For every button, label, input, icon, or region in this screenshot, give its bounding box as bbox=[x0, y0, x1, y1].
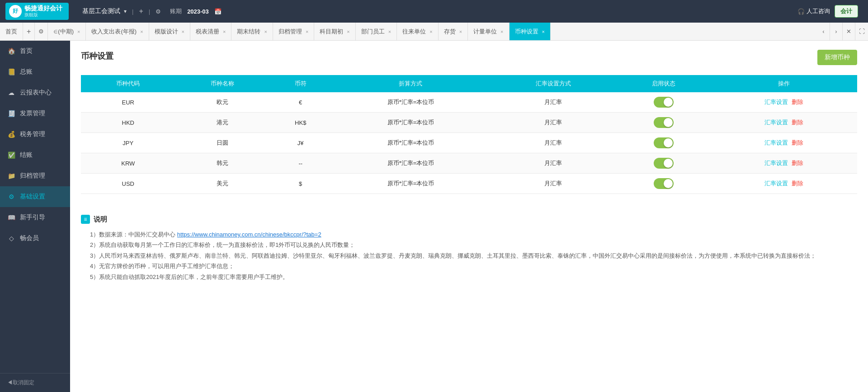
add-workspace-icon[interactable]: + bbox=[139, 7, 143, 15]
tab-[interactable]: 往来单位× bbox=[397, 23, 438, 40]
tab-close-icon[interactable]: × bbox=[500, 29, 503, 34]
sidebar-item-tax[interactable]: 💰税务管理 bbox=[0, 124, 70, 145]
table-row: KRW韩元--原币*汇率=本位币月汇率汇率设置删除 bbox=[81, 153, 857, 174]
tab-[interactable]: ∈(中期)× bbox=[48, 23, 86, 40]
basic-icon: ⚙ bbox=[7, 193, 15, 201]
tab-[interactable]: 归档管理× bbox=[273, 23, 314, 40]
col-header-汇率设置方式: 汇率设置方式 bbox=[490, 75, 617, 92]
tab-label: 期末结转 bbox=[237, 28, 260, 36]
consult-button[interactable]: 🎧 人工咨询 bbox=[797, 7, 830, 15]
tab-[interactable]: 收入支出表(年报)× bbox=[86, 23, 149, 40]
period-value: 2023-03 bbox=[187, 8, 209, 15]
sidebar-item-checkout[interactable]: ✅结账 bbox=[0, 145, 70, 165]
sidebar-item-basic[interactable]: ⚙基础设置 bbox=[0, 186, 70, 207]
tab-close-icon[interactable]: × bbox=[347, 29, 349, 34]
reports-icon: ☁ bbox=[7, 89, 15, 97]
rate-settings-link[interactable]: 汇率设置 bbox=[764, 180, 788, 187]
rate-settings-link[interactable]: 汇率设置 bbox=[764, 119, 788, 126]
delete-link[interactable]: 删除 bbox=[792, 160, 803, 166]
tab-expand-btn[interactable]: ⛶ bbox=[855, 23, 868, 40]
rate-settings-link[interactable]: 汇率设置 bbox=[764, 160, 788, 166]
currency-code: KRW bbox=[81, 153, 175, 174]
toggle-switch[interactable] bbox=[654, 178, 674, 189]
sidebar-item-member[interactable]: ◇畅会员 bbox=[0, 228, 70, 249]
tab-bar: 首页+⚙∈(中期)×收入支出表(年报)×模版设计×税表清册×期末结转×归档管理×… bbox=[0, 23, 868, 41]
settings-tab-button[interactable]: ⚙ bbox=[35, 23, 48, 40]
sidebar-item-home[interactable]: 🏠首页 bbox=[0, 41, 70, 61]
sidebar-item-label: 新手引导 bbox=[20, 213, 45, 222]
row-actions: 汇率设置删除 bbox=[711, 92, 857, 113]
calc-method: 原币*汇率=本位币 bbox=[331, 113, 490, 133]
note-item: 2）系统自动获取每月第一个工作日的汇率标价，统一为直接标价法，即1外币可以兑换的… bbox=[81, 240, 857, 250]
toggle-switch[interactable] bbox=[654, 158, 674, 169]
tab-label: 归档管理 bbox=[278, 28, 302, 36]
tab-prev-btn[interactable]: ‹ bbox=[817, 23, 830, 40]
tab-close-icon[interactable]: × bbox=[429, 29, 432, 34]
toggle-switch[interactable] bbox=[654, 137, 674, 148]
calc-method: 原币*汇率=本位币 bbox=[331, 174, 490, 194]
enabled-status bbox=[617, 153, 711, 174]
settings-icon[interactable]: ⚙ bbox=[156, 8, 161, 15]
tab-close-icon[interactable]: × bbox=[182, 29, 184, 34]
main-content: 币种设置 新增币种 币种代码币种名称币符折算方式汇率设置方式启用状态操作 EUR… bbox=[70, 41, 868, 392]
tab-close-icon[interactable]: × bbox=[77, 29, 80, 34]
tab-[interactable]: 计量单位× bbox=[468, 23, 509, 40]
sidebar-pin-toggle[interactable]: ◀取消固定 bbox=[0, 373, 70, 392]
calendar-icon[interactable]: 📅 bbox=[214, 8, 222, 15]
logo-main-text: 畅捷通好会计 bbox=[24, 5, 62, 12]
tab-[interactable]: 科目期初× bbox=[314, 23, 355, 40]
tab-close-all-btn[interactable]: ✕ bbox=[843, 23, 855, 40]
row-actions: 汇率设置删除 bbox=[711, 174, 857, 194]
tab-label: 税表清册 bbox=[196, 28, 219, 36]
tab-next-btn[interactable]: › bbox=[830, 23, 843, 40]
header: 好 畅捷通好会计 旗舰版 基层工会测试 ▾ | + | ⚙ 账期 2023-03… bbox=[0, 0, 868, 23]
add-tab-button[interactable]: + bbox=[23, 23, 35, 40]
currency-symbol: $ bbox=[269, 174, 331, 194]
invoice-icon: 🧾 bbox=[7, 109, 15, 118]
tab-close-icon[interactable]: × bbox=[388, 29, 391, 34]
notes-section: ≡ 说明 1）数据来源：中国外汇交易中心 https://www.chinamo… bbox=[81, 208, 857, 289]
toggle-switch[interactable] bbox=[654, 117, 674, 128]
tab-[interactable]: 币种设置× bbox=[509, 23, 551, 40]
sidebar-item-ledger[interactable]: 📒总账 bbox=[0, 61, 70, 82]
tab-[interactable]: 期末结转× bbox=[231, 23, 273, 40]
delete-link[interactable]: 删除 bbox=[792, 99, 803, 105]
delete-link[interactable]: 删除 bbox=[792, 180, 803, 187]
delete-link[interactable]: 删除 bbox=[792, 139, 803, 146]
tab-[interactable]: 税表清册× bbox=[190, 23, 231, 40]
tab-label: 收入支出表(年报) bbox=[91, 28, 137, 36]
table-row: JPY日圆J¥原币*汇率=本位币月汇率汇率设置删除 bbox=[81, 133, 857, 153]
workspace-dropdown-icon[interactable]: ▾ bbox=[124, 8, 127, 14]
sidebar-item-guide[interactable]: 📖新手引导 bbox=[0, 207, 70, 228]
tab-close-icon[interactable]: × bbox=[140, 29, 143, 34]
tab-label: 存货 bbox=[444, 28, 456, 36]
tab-close-icon[interactable]: × bbox=[264, 29, 267, 34]
table-row: HKD港元HK$原币*汇率=本位币月汇率汇率设置删除 bbox=[81, 113, 857, 133]
notes-external-link[interactable]: https://www.chinamoney.com.cn/chinese/bk… bbox=[177, 231, 321, 238]
period-label: 账期 bbox=[170, 7, 182, 15]
tab-[interactable]: 模版设计× bbox=[149, 23, 190, 40]
sidebar-item-invoice[interactable]: 🧾发票管理 bbox=[0, 103, 70, 124]
tab-[interactable]: 首页 bbox=[0, 23, 23, 40]
accounting-button[interactable]: 会计 bbox=[835, 5, 858, 18]
tab-close-icon[interactable]: × bbox=[306, 29, 308, 34]
notes-title: ≡ 说明 bbox=[81, 215, 857, 224]
new-currency-button[interactable]: 新增币种 bbox=[817, 50, 857, 65]
calc-method: 原币*汇率=本位币 bbox=[331, 153, 490, 174]
tab-close-icon[interactable]: × bbox=[542, 29, 545, 34]
rate-settings-link[interactable]: 汇率设置 bbox=[764, 139, 788, 146]
currency-code: EUR bbox=[81, 92, 175, 113]
tab-[interactable]: 存货× bbox=[439, 23, 468, 40]
tab-close-icon[interactable]: × bbox=[459, 29, 462, 34]
title-row: 币种设置 新增币种 bbox=[81, 50, 857, 70]
sidebar-item-archive[interactable]: 📁归档管理 bbox=[0, 165, 70, 186]
sidebar-item-label: 税务管理 bbox=[20, 130, 45, 138]
toggle-switch[interactable] bbox=[654, 97, 674, 108]
rate-settings-link[interactable]: 汇率设置 bbox=[764, 99, 788, 105]
delete-link[interactable]: 删除 bbox=[792, 119, 803, 126]
tab-close-icon[interactable]: × bbox=[223, 29, 226, 34]
rate-type: 月汇率 bbox=[490, 92, 617, 113]
tab-[interactable]: 部门员工× bbox=[356, 23, 397, 40]
sidebar-item-reports[interactable]: ☁云报表中心 bbox=[0, 82, 70, 103]
sidebar-item-label: 首页 bbox=[20, 47, 33, 55]
